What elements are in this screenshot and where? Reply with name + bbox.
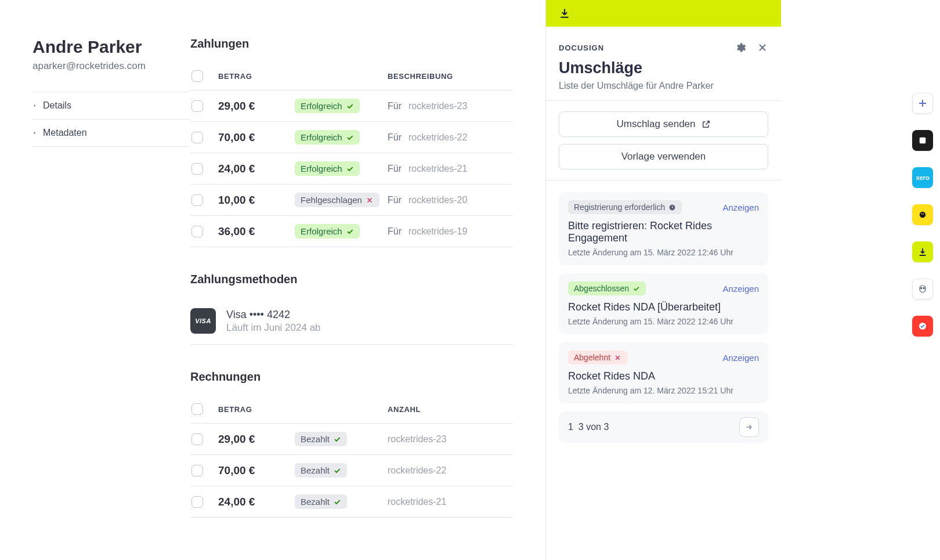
invoice-row[interactable]: 70,00 €Bezahlt rocketrides-22: [190, 455, 513, 486]
svg-point-6: [923, 287, 924, 288]
external-link-icon: [702, 120, 711, 129]
card-line1: Visa •••• 4242: [226, 309, 321, 321]
customer-name: Andre Parker: [32, 37, 190, 57]
send-envelope-button[interactable]: Umschlag senden: [559, 111, 768, 137]
desc-prefix: Für: [388, 226, 402, 237]
status-badge: Erfolgreich: [295, 224, 360, 239]
status-badge: Erfolgreich: [295, 130, 360, 144]
envelope-view-link[interactable]: Anzeigen: [722, 203, 759, 212]
invoice-ref: rocketrides-22: [388, 465, 446, 476]
sidelink-details[interactable]: Details: [32, 92, 190, 120]
payment-ref: rocketrides-22: [408, 132, 467, 143]
row-checkbox[interactable]: [191, 194, 203, 206]
rail-xero-icon[interactable]: xero: [912, 167, 933, 188]
payments-title: Zahlungen: [190, 37, 513, 50]
use-template-button[interactable]: Vorlage verwenden: [559, 144, 768, 169]
rail-owl-icon[interactable]: [912, 279, 933, 299]
status-badge: Bezahlt: [295, 494, 347, 509]
invoices-title: Rechnungen: [190, 370, 513, 384]
col-inv-amount: BETRAG: [218, 405, 295, 414]
rail-docusign-icon[interactable]: [912, 241, 933, 262]
docusign-subtitle: Liste der Umschläge für Andre Parker: [559, 81, 768, 91]
row-checkbox[interactable]: [191, 163, 203, 175]
status-badge: Erfolgreich: [295, 161, 360, 176]
svg-point-4: [923, 214, 924, 215]
payment-ref: rocketrides-23: [408, 101, 467, 111]
svg-point-2: [920, 212, 926, 218]
row-checkbox[interactable]: [191, 100, 203, 112]
envelope-meta: Letzte Änderung am 12. März 2022 15:21 U…: [568, 386, 759, 395]
envelope-meta: Letzte Änderung am 15. März 2022 12:46 U…: [568, 248, 759, 257]
desc-prefix: Für: [388, 101, 402, 111]
paymethods-title: Zahlungsmethoden: [190, 273, 513, 286]
docusign-panel: DOCUSIGN Umschläge Liste der Umschläge f…: [545, 0, 781, 560]
row-checkbox[interactable]: [191, 496, 203, 508]
rail-mailchimp-icon[interactable]: [912, 204, 933, 225]
payment-ref: rocketrides-19: [408, 226, 467, 237]
visa-icon: VISA: [190, 308, 216, 334]
invoice-row[interactable]: 29,00 €Bezahlt rocketrides-23: [190, 424, 513, 455]
close-icon[interactable]: [757, 42, 768, 53]
pager-text: 1 3 von 3: [568, 422, 609, 432]
desc-prefix: Für: [388, 132, 402, 143]
col-desc: BESCHREIBUNG: [388, 72, 453, 81]
rail-add-icon[interactable]: [912, 93, 933, 114]
status-badge: Bezahlt: [295, 432, 347, 446]
row-checkbox[interactable]: [191, 132, 203, 143]
col-inv-count: ANZAHL: [388, 405, 421, 414]
docusign-title: Umschläge: [559, 59, 768, 77]
docusign-label: DOCUSIGN: [559, 44, 604, 52]
payment-amount: 70,00 €: [218, 131, 295, 144]
invoice-row[interactable]: 24,00 €Bezahlt rocketrides-21: [190, 486, 513, 518]
select-all-invoices-checkbox[interactable]: [191, 403, 203, 415]
envelope-meta: Letzte Änderung am 15. März 2022 12:46 U…: [568, 317, 759, 326]
payment-amount: 24,00 €: [218, 162, 295, 175]
envelope-card[interactable]: Abgelehnt AnzeigenRocket Rides NDALetzte…: [559, 342, 768, 403]
row-checkbox[interactable]: [191, 226, 203, 237]
envelope-pager: 1 3 von 3: [559, 411, 768, 443]
payment-row[interactable]: 10,00 €Fehlgeschlagen Fürrocketrides-20: [190, 185, 513, 216]
rail-intercom-icon[interactable]: [912, 130, 933, 151]
payment-amount: 10,00 €: [218, 194, 295, 207]
select-all-payments-checkbox[interactable]: [191, 70, 203, 82]
envelope-title: Bitte registrieren: Rocket Rides Engagem…: [568, 220, 759, 244]
gear-icon[interactable]: [735, 42, 746, 53]
status-badge: Bezahlt: [295, 463, 347, 478]
payment-row[interactable]: 24,00 €Erfolgreich Fürrocketrides-21: [190, 153, 513, 185]
sidelink-label: Details: [43, 100, 71, 111]
envelope-card[interactable]: Registrierung erforderlich AnzeigenBitte…: [559, 192, 768, 265]
row-checkbox[interactable]: [191, 433, 203, 445]
svg-point-3: [921, 214, 923, 215]
status-badge: Fehlgeschlagen: [295, 193, 379, 207]
desc-prefix: Für: [388, 164, 402, 174]
envelope-card[interactable]: Abgeschlossen AnzeigenRocket Rides NDA […: [559, 273, 768, 334]
customer-email: aparker@rocketrides.com: [32, 60, 190, 72]
sidelink-metadaten[interactable]: Metadaten: [32, 120, 190, 147]
rail-check-icon[interactable]: [912, 316, 933, 337]
payment-amount: 36,00 €: [218, 225, 295, 238]
payment-row[interactable]: 29,00 €Erfolgreich Fürrocketrides-23: [190, 91, 513, 122]
invoice-amount: 29,00 €: [218, 433, 295, 446]
invoice-amount: 70,00 €: [218, 464, 295, 477]
invoice-ref: rocketrides-23: [388, 434, 446, 445]
envelope-view-link[interactable]: Anzeigen: [722, 353, 759, 363]
invoice-ref: rocketrides-21: [388, 497, 446, 507]
payment-ref: rocketrides-20: [408, 195, 467, 205]
envelope-title: Rocket Rides NDA: [568, 370, 759, 382]
desc-prefix: Für: [388, 195, 402, 205]
envelope-status: Registrierung erforderlich: [568, 200, 682, 214]
payment-row[interactable]: 36,00 €Erfolgreich Fürrocketrides-19: [190, 216, 513, 247]
card-line2: Läuft im Juni 2024 ab: [226, 322, 321, 334]
envelope-view-link[interactable]: Anzeigen: [722, 284, 759, 294]
svg-point-5: [921, 287, 922, 288]
download-icon[interactable]: [559, 8, 570, 19]
payment-ref: rocketrides-21: [408, 164, 467, 174]
row-checkbox[interactable]: [191, 465, 203, 476]
payment-amount: 29,00 €: [218, 100, 295, 113]
envelope-status: Abgelehnt: [568, 351, 627, 364]
payment-row[interactable]: 70,00 €Erfolgreich Fürrocketrides-22: [190, 122, 513, 153]
pager-next-button[interactable]: [739, 417, 759, 437]
invoice-amount: 24,00 €: [218, 496, 295, 508]
status-badge: Erfolgreich: [295, 99, 360, 113]
sidelink-label: Metadaten: [43, 128, 87, 138]
